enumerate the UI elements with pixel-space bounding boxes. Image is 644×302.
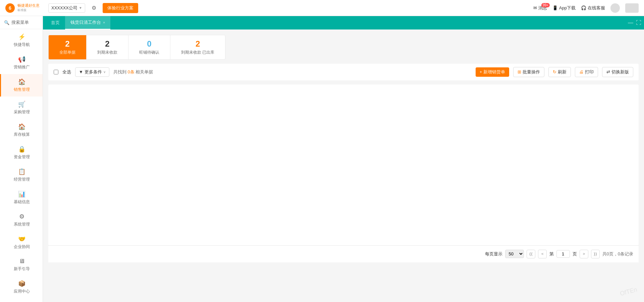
sidebar-item-label: 采购管理 [14,109,30,115]
sidebar-item-label: 库存核算 [14,132,30,137]
page-content: 2 全部单据 2 到期未收款 0 旺铺待确认 2 到期未收款 已出库 [43,29,644,302]
app-center-icon: 📦 [18,280,25,287]
filter-icon: ▼ [79,69,83,74]
prev-page-button[interactable]: ＜ [538,250,547,258]
avatar[interactable] [610,3,620,13]
layout: 🔍 搜索菜单 ⚡ 快捷导航 📢 营销推广 🏠 销售管理 🛒 采购管理 🏠 库存核… [0,16,644,302]
minimize-icon[interactable]: — [628,20,633,26]
found-text: 共找到 0条 相关单据 [113,69,153,75]
logo-badge: 标准版 [17,8,40,12]
stats-label-overdue: 到期未收款 [97,50,117,55]
stats-label-shipped: 到期未收款 已出库 [181,50,214,55]
online-service-label: 在线客服 [588,5,605,11]
stats-tab-shipped[interactable]: 2 到期未收款 已出库 [170,35,225,59]
sidebar-item-wechat[interactable]: 💬 企业微信 [0,298,43,302]
header-right: ✉ 消息 99+ 📱 App下载 🎧 在线客服 [533,3,639,13]
next-page-button[interactable]: ＞ [580,250,588,258]
system-icon: ⚙ [19,213,24,220]
sidebar-item-quick-nav[interactable]: ⚡ 快捷导航 [0,29,43,52]
sidebar-item-sales[interactable]: 🏠 销售管理 [0,74,43,97]
sidebar-item-marketing[interactable]: 📢 营销推广 [0,52,43,74]
stats-tabs: 2 全部单据 2 到期未收款 0 旺铺待确认 2 到期未收款 已出库 [48,35,225,60]
company-name: XXXXXX公司 [51,5,77,11]
settings-icon[interactable]: ⚙ [89,3,99,13]
sidebar-item-label: 企业协同 [14,244,30,250]
stats-tab-all[interactable]: 2 全部单据 [49,35,87,59]
user-name[interactable] [625,3,639,13]
cooperation-icon: 🤝 [18,235,25,243]
sidebar-item-label: 销售管理 [14,87,30,93]
sidebar-item-purchase[interactable]: 🛒 采购管理 [0,97,43,119]
maximize-icon[interactable]: ⛶ [636,20,641,26]
sidebar-item-basic-info[interactable]: 📊 基础信息 [0,186,43,209]
tab-workbench-label: 钱货日清工作台 [70,19,101,25]
page-number-input[interactable] [556,250,570,258]
switch-version-button[interactable]: ⇄ 切换新版 [602,67,633,77]
sidebar-item-cooperation[interactable]: 🤝 企业协同 [0,231,43,254]
logo-icon: 6 [5,3,15,13]
sidebar-item-label: 基础信息 [14,199,30,205]
filter-button[interactable]: ▼ 更多条件 ∨ [75,67,109,77]
filter-label: 更多条件 [85,69,102,75]
header: 6 畅捷通好生意 标准版 XXXXXX公司 ▼ ⚙ 体验行业方案 ✉ 消息 99… [0,0,644,16]
stats-label-all: 全部单据 [59,50,75,55]
sidebar-item-finance[interactable]: 🔒 资金管理 [0,141,43,164]
tab-workbench[interactable]: 钱货日清工作台 × [65,16,110,29]
sidebar-item-label: 新手引导 [14,266,30,272]
per-page-select[interactable]: 50 100 200 [505,250,524,258]
batch-operation-button[interactable]: ⊞ 批量操作 [513,67,544,77]
found-count: 0条 [128,69,135,74]
sidebar-item-guide[interactable]: 🖥 新手引导 [0,254,43,276]
toolbar: 全选 ▼ 更多条件 ∨ 共找到 0条 相关单据 + 新增销货单 ⊞ [48,64,639,80]
chevron-down-icon: ∨ [103,70,106,74]
sidebar-item-label: 应用中心 [14,289,30,294]
stats-tab-overdue[interactable]: 2 到期未收款 [87,35,128,59]
sidebar-item-operations[interactable]: 📋 经营管理 [0,164,43,186]
trial-button[interactable]: 体验行业方案 [103,3,138,13]
sidebar-item-label: 营销推广 [14,64,30,70]
print-button[interactable]: 🖨 打印 [575,67,598,77]
tab-home-label: 首页 [51,20,60,26]
batch-label: 批量操作 [523,69,540,75]
basic-info-icon: 📊 [18,190,25,198]
sidebar-item-label: 系统管理 [14,222,30,227]
per-page-label: 每页显示 [485,251,502,257]
sidebar-item-system[interactable]: ⚙ 系统管理 [0,209,43,231]
tab-home[interactable]: 首页 [46,16,65,29]
found-prefix: 共找到 [113,69,126,74]
last-page-button[interactable]: ⟩⟩ [591,250,600,258]
print-label: 打印 [585,69,594,75]
sidebar-item-label: 快捷导航 [14,42,30,48]
stats-num-overdue: 2 [97,39,117,49]
stats-tab-pending[interactable]: 0 旺铺待确认 [128,35,170,59]
table-area [48,84,639,245]
refresh-button[interactable]: ↻ 刷新 [548,67,571,77]
sidebar-item-app-center[interactable]: 📦 应用中心 [0,276,43,298]
batch-icon: ⊞ [518,69,521,74]
select-all-checkbox[interactable] [54,70,58,74]
finance-icon: 🔒 [18,145,25,153]
switch-icon: ⇄ [606,69,610,74]
guide-icon: 🖥 [19,258,25,265]
search-menu[interactable]: 🔍 搜索菜单 [0,16,43,29]
company-selector[interactable]: XXXXXX公司 ▼ [48,3,85,13]
app-download-button[interactable]: 📱 App下载 [552,5,576,11]
message-badge: 99+ [541,3,550,7]
main-content: 首页 钱货日清工作台 × — ⛶ 2 全部单据 2 到期未收款 [43,16,644,302]
sidebar-item-inventory[interactable]: 🏠 库存核算 [0,119,43,141]
message-button[interactable]: ✉ 消息 99+ [533,5,547,11]
logo-text: 畅捷通好生意 [17,3,40,8]
stats-num-all: 2 [59,39,75,49]
add-sales-order-button[interactable]: + 新增销货单 [476,67,509,77]
purchase-icon: 🛒 [18,101,25,108]
inventory-icon: 🏠 [18,123,25,130]
tab-bar-right: — ⛶ [628,20,641,26]
refresh-icon: ↻ [553,69,556,74]
close-tab-icon[interactable]: × [103,20,105,24]
pagination: 每页显示 50 100 200 ⟨⟨ ＜ 第 页 ＞ ⟩⟩ 共0页，0条记录 [48,245,639,262]
phone-icon: 📱 [552,5,558,10]
page-label-suffix: 页 [573,251,577,257]
toolbar-left: 全选 ▼ 更多条件 ∨ 共找到 0条 相关单据 [54,67,470,77]
online-service-button[interactable]: 🎧 在线客服 [581,5,605,11]
first-page-button[interactable]: ⟨⟨ [527,250,535,258]
